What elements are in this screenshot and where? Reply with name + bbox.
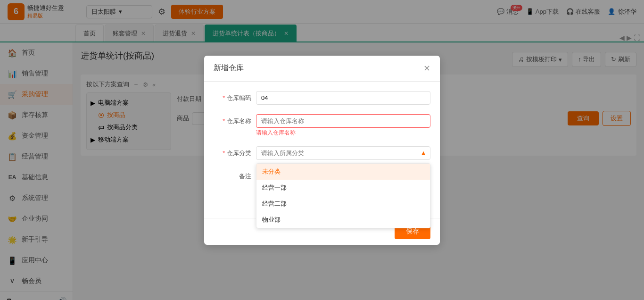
dropdown-item-dept1[interactable]: 经营一部: [256, 180, 430, 196]
modal-close-icon[interactable]: ✕: [423, 63, 430, 74]
notes-label: 备注: [214, 169, 251, 181]
name-error-msg: 请输入仓库名称: [256, 129, 430, 137]
form-item-category: 仓库分类 ▲ 未分类 经营一部 经营二部 物业部: [214, 146, 430, 160]
modal-header: 新增仓库 ✕: [204, 56, 440, 82]
category-input-wrap: ▲: [256, 146, 430, 160]
dropdown-item-dept3[interactable]: 物业部: [256, 212, 430, 228]
dropdown-item-uncategorized[interactable]: 未分类: [256, 164, 430, 180]
new-warehouse-modal: 新增仓库 ✕ 仓库编码 仓库名称 请输入仓库名称 仓库分类: [204, 56, 440, 245]
form-item-code: 仓库编码: [214, 91, 430, 105]
modal-title: 新增仓库: [214, 63, 244, 73]
category-control: ▲ 未分类 经营一部 经营二部 物业部: [256, 146, 430, 160]
category-label: 仓库分类: [214, 146, 251, 158]
code-input[interactable]: [256, 91, 430, 105]
category-toggle-icon[interactable]: ▲: [420, 149, 427, 157]
code-label: 仓库编码: [214, 91, 251, 102]
code-control: [256, 91, 430, 105]
modal-body: 仓库编码 仓库名称 请输入仓库名称 仓库分类 ▲: [204, 82, 440, 218]
category-input[interactable]: [256, 146, 430, 160]
name-label: 仓库名称: [214, 114, 251, 125]
category-dropdown: 未分类 经营一部 经营二部 物业部: [256, 163, 430, 228]
dropdown-item-dept2[interactable]: 经营二部: [256, 196, 430, 212]
name-input[interactable]: [256, 114, 430, 128]
name-control: 请输入仓库名称: [256, 114, 430, 137]
form-item-name: 仓库名称 请输入仓库名称: [214, 114, 430, 137]
modal-overlay[interactable]: 新增仓库 ✕ 仓库编码 仓库名称 请输入仓库名称 仓库分类: [0, 0, 644, 300]
